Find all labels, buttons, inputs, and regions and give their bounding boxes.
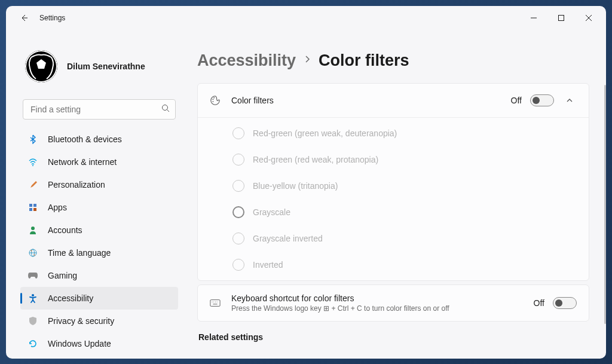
sidebar-item-label: Accessibility (48, 293, 93, 303)
sidebar-item-apps[interactable]: Apps (20, 196, 178, 219)
globe-icon (27, 247, 38, 258)
sidebar-item-update[interactable]: Windows Update (20, 332, 178, 355)
profile-block[interactable]: Dilum Senevirathne (25, 50, 178, 82)
svg-point-9 (32, 165, 33, 166)
filter-option-label: Grayscale inverted (253, 234, 323, 243)
filter-option-label: Grayscale (253, 207, 290, 217)
radio-button[interactable] (232, 259, 244, 271)
color-filters-toggle-state: Off (511, 96, 522, 105)
gamepad-icon (27, 270, 38, 281)
sidebar-item-wifi[interactable]: Network & internet (20, 151, 178, 173)
keyboard-icon (210, 298, 221, 308)
brush-icon (27, 179, 38, 190)
sidebar-item-label: Time & language (48, 248, 111, 258)
close-button[interactable] (575, 8, 602, 27)
main-scrollbar[interactable] (604, 85, 606, 324)
svg-rect-11 (33, 204, 36, 207)
filter-option-label: Red-green (red weak, protanopia) (253, 155, 378, 164)
sidebar: Dilum Senevirathne Bluetooth & devicesNe… (6, 30, 185, 359)
filter-options-list: Red-green (green weak, deuteranopia)Red-… (198, 118, 589, 280)
keyboard-shortcut-title: Keyboard shortcut for color filters (231, 293, 449, 303)
filter-option-label: Red-green (green weak, deuteranopia) (253, 129, 397, 138)
shield-icon (27, 316, 38, 326)
related-settings-heading: Related settings (198, 332, 589, 342)
filter-option-row[interactable]: Grayscale (198, 199, 589, 225)
sidebar-item-gamepad[interactable]: Gaming (20, 264, 178, 287)
nav-list: Bluetooth & devicesNetwork & internetPer… (20, 128, 178, 359)
filter-option-row[interactable]: Blue-yellow (tritanopia) (198, 173, 589, 199)
apps-icon (27, 202, 38, 213)
avatar (25, 50, 57, 82)
color-filters-toggle[interactable] (530, 94, 554, 106)
accessibility-icon (27, 293, 38, 304)
radio-button[interactable] (232, 180, 244, 192)
sidebar-item-shield[interactable]: Privacy & security (20, 310, 178, 332)
collapse-button[interactable] (562, 93, 577, 108)
keyboard-shortcut-card: Keyboard shortcut for color filters Pres… (197, 285, 589, 322)
sidebar-item-label: Windows Update (48, 339, 111, 348)
sidebar-item-accessibility[interactable]: Accessibility (20, 287, 178, 310)
svg-point-18 (32, 294, 34, 296)
svg-rect-13 (33, 208, 36, 211)
sidebar-item-label: Privacy & security (48, 316, 114, 326)
color-filters-label: Color filters (231, 96, 274, 105)
search-icon (161, 104, 170, 115)
filter-option-row[interactable]: Red-green (green weak, deuteranopia) (198, 120, 589, 146)
profile-name: Dilum Senevirathne (67, 62, 145, 71)
svg-rect-1 (559, 15, 564, 20)
search-input[interactable] (23, 99, 176, 120)
keyboard-shortcut-row[interactable]: Keyboard shortcut for color filters Pres… (198, 285, 589, 321)
sidebar-item-label: Gaming (48, 271, 77, 280)
breadcrumb: Accessibility Color filters (197, 51, 589, 70)
filter-option-row[interactable]: Inverted (198, 252, 589, 278)
sidebar-item-brush[interactable]: Personalization (20, 173, 178, 196)
person-icon (27, 225, 38, 235)
color-filters-header-row[interactable]: Color filters Off (198, 84, 589, 117)
svg-point-19 (213, 99, 214, 100)
svg-rect-12 (29, 208, 32, 211)
keyboard-shortcut-toggle-state: Off (534, 298, 544, 308)
radio-button[interactable] (232, 154, 244, 166)
breadcrumb-current: Color filters (319, 51, 409, 70)
bluetooth-icon (27, 134, 38, 145)
back-button[interactable] (14, 8, 33, 27)
titlebar: Settings (6, 6, 606, 30)
update-icon (27, 338, 38, 349)
minimize-button[interactable] (520, 8, 547, 27)
sidebar-item-person[interactable]: Accounts (20, 219, 178, 241)
svg-rect-22 (210, 299, 220, 306)
sidebar-item-label: Network & internet (48, 157, 117, 167)
radio-button[interactable] (232, 127, 244, 139)
svg-point-14 (31, 227, 35, 230)
sidebar-item-label: Apps (48, 203, 67, 212)
filter-option-label: Inverted (253, 260, 283, 270)
filter-option-label: Blue-yellow (tritanopia) (253, 181, 338, 191)
keyboard-shortcut-subtitle: Press the Windows logo key ⊞ + Ctrl + C … (231, 304, 449, 313)
palette-icon (210, 95, 221, 106)
sidebar-item-label: Personalization (48, 180, 105, 189)
svg-rect-10 (29, 204, 32, 207)
breadcrumb-parent[interactable]: Accessibility (197, 51, 296, 70)
radio-button[interactable] (232, 233, 244, 244)
filter-option-row[interactable]: Red-green (red weak, protanopia) (198, 146, 589, 173)
window-title: Settings (39, 14, 65, 22)
color-filters-card: Color filters Off Red-green (green weak,… (197, 83, 589, 281)
main-panel: Accessibility Color filters Color filter… (185, 30, 606, 359)
wifi-icon (27, 157, 38, 167)
settings-window: Settings Dilum Senevirathne Bluetoo (6, 6, 606, 359)
chevron-right-icon (304, 55, 310, 66)
sidebar-item-bluetooth[interactable]: Bluetooth & devices (20, 128, 178, 151)
svg-line-8 (167, 109, 170, 112)
svg-point-21 (213, 100, 214, 102)
svg-point-20 (213, 97, 215, 98)
chevron-up-icon (565, 96, 574, 105)
filter-option-row[interactable]: Grayscale inverted (198, 225, 589, 252)
svg-point-7 (163, 105, 168, 110)
maximize-button[interactable] (547, 8, 575, 27)
sidebar-item-globe[interactable]: Time & language (20, 241, 178, 264)
radio-button[interactable] (232, 206, 244, 218)
keyboard-shortcut-toggle[interactable] (553, 297, 577, 309)
sidebar-item-label: Bluetooth & devices (48, 134, 122, 144)
sidebar-item-label: Accounts (48, 225, 82, 235)
